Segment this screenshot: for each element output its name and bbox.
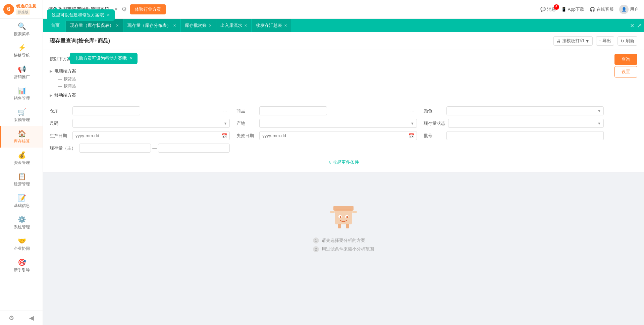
- gear-icon[interactable]: ⚙: [121, 6, 127, 13]
- sidebar-item-system[interactable]: ⚙️ 系统管理: [0, 212, 43, 233]
- stock-main-label: 现存量（主）: [50, 145, 76, 151]
- export-button[interactable]: ↑ 导出: [596, 36, 614, 46]
- filter-row-color: 颜色 ▼: [424, 106, 604, 115]
- sidebar-item-guide[interactable]: 🎯 新手引导: [0, 255, 43, 276]
- sidebar-item-nav[interactable]: ⚡ 快捷导航: [0, 40, 43, 62]
- sidebar-nav: 🔍 搜索菜单 ⚡ 快捷导航 📢 营销推广 📊 销售管理 🛒 采购管理 🏠 库存核…: [0, 19, 43, 311]
- production-date-input[interactable]: [72, 131, 230, 140]
- service-item[interactable]: 🎧 在线客服: [590, 6, 614, 12]
- export-icon: ↑: [599, 39, 601, 44]
- stock-main-max-input[interactable]: [158, 144, 230, 153]
- filter-row-production-date: 生产日期 📅: [50, 131, 230, 140]
- empty-area: 1 请先选择要分析的方案 2 用过滤条件来缩小分析范围: [43, 172, 644, 280]
- tab-stock-dist[interactable]: 现存量（库存分布表） ✕: [123, 19, 180, 32]
- collapse-button[interactable]: ∧ 收起更多条件: [328, 159, 359, 165]
- warehouse-input[interactable]: [72, 106, 140, 115]
- tooltip-scheme: 电脑方案可设为移动方案哦 ✕: [70, 53, 138, 64]
- tab-home[interactable]: 首页: [46, 19, 65, 32]
- sidebar-item-stock[interactable]: 🏠 库存核算: [0, 126, 43, 148]
- print-icon: 🖨: [556, 39, 561, 44]
- sidebar-item-basic[interactable]: 📝 基础信息: [0, 191, 43, 212]
- scheme-tree-mobile[interactable]: ▶ 移动端方案: [50, 91, 637, 100]
- filter-row-size: 尺码 ▼: [50, 119, 230, 128]
- size-label: 尺码: [50, 120, 70, 126]
- tooltip-scheme-text: 电脑方案可设为移动方案哦: [74, 55, 127, 61]
- goods-input[interactable]: [259, 106, 327, 115]
- expand-mobile-icon: ▶: [50, 93, 52, 98]
- tab-stock-status[interactable]: 现存量（库存状况表） ✕: [66, 19, 123, 32]
- sidebar-item-operation[interactable]: 📋 经营管理: [0, 169, 43, 191]
- tab-close-summary[interactable]: ✕: [284, 23, 287, 28]
- filter-section: 按以下方案查询 + ↻ « 电脑方案可设为移动方案哦 ✕ 查询 设置: [43, 50, 644, 172]
- refresh-button[interactable]: ↻ 刷新: [618, 36, 637, 46]
- color-select[interactable]: [446, 106, 604, 115]
- batch-label: 批号: [424, 133, 444, 139]
- marketing-icon: 📢: [18, 65, 26, 73]
- svg-rect-0: [335, 209, 352, 224]
- trial-button[interactable]: 体验行业方案: [130, 4, 166, 14]
- sidebar-item-purchase[interactable]: 🛒 采购管理: [0, 105, 43, 126]
- tab-close-stock-batch[interactable]: ✕: [209, 23, 212, 28]
- origin-select[interactable]: [259, 119, 417, 128]
- batch-input[interactable]: [446, 131, 604, 140]
- stock-icon: 🏠: [18, 129, 26, 138]
- svg-rect-6: [330, 211, 335, 213]
- sidebar-item-search[interactable]: 🔍 搜索菜单: [0, 19, 43, 40]
- app-download-item[interactable]: 📱 App下载: [561, 6, 584, 12]
- phone-icon: 📱: [561, 7, 567, 12]
- settings-button[interactable]: ⚙: [9, 314, 14, 322]
- tab-close-stock-status[interactable]: ✕: [116, 23, 119, 28]
- sidebar-item-sales[interactable]: 📊 销售管理: [0, 83, 43, 105]
- print-button[interactable]: 🖨 按模板打印 ▼: [553, 36, 593, 46]
- sidebar-item-marketing[interactable]: 📢 营销推广: [0, 62, 43, 83]
- logo-text: 畅通好生意 标准版: [16, 4, 36, 15]
- tab-stock-batch[interactable]: 库存批次账 ✕: [181, 19, 216, 32]
- tab-close-stock-flow[interactable]: ✕: [244, 23, 247, 28]
- guide-icon: 🎯: [18, 258, 26, 266]
- topbar-right: 💬 6 消息 📱 App下载 🎧 在线客服 👤 用户: [540, 5, 639, 14]
- tooltip-scheme-close-button[interactable]: ✕: [129, 56, 133, 61]
- warehouse-label: 仓库: [50, 108, 70, 114]
- service-label: 在线客服: [596, 6, 614, 12]
- maximize-button[interactable]: ⤢: [637, 22, 641, 29]
- svg-rect-7: [352, 211, 357, 213]
- tab-actions: ✕ ⤢: [630, 22, 641, 29]
- svg-rect-8: [338, 224, 341, 228]
- empty-illustration: [327, 199, 360, 229]
- collapse-sidebar-button[interactable]: ◀: [29, 314, 34, 322]
- stock-status-select[interactable]: [448, 119, 604, 128]
- service-icon: 🎧: [590, 7, 595, 12]
- size-select[interactable]: [72, 119, 230, 128]
- stock-main-range: —: [79, 144, 230, 153]
- step-num-1: 1: [313, 237, 319, 243]
- nav-icon: ⚡: [18, 44, 26, 52]
- scheme-child-by-product[interactable]: — 按商品: [58, 83, 637, 90]
- filter-row-stock-status: 现存量状态 ▼: [424, 119, 604, 128]
- scheme-child-by-goods[interactable]: — 按货品: [58, 75, 637, 83]
- sidebar-item-finance[interactable]: 💰 资金管理: [0, 148, 43, 169]
- svg-rect-1: [333, 206, 354, 211]
- sidebar-logo: 6 畅通好生意 标准版: [0, 0, 43, 19]
- logo-icon: 6: [3, 4, 14, 15]
- sidebar: 6 畅通好生意 标准版 🔍 搜索菜单 ⚡ 快捷导航 📢 营销推广 📊 销售管理 …: [0, 0, 43, 325]
- operation-icon: 📋: [18, 172, 26, 180]
- pin-dot: [68, 57, 72, 60]
- expand-pc-icon: ▶: [50, 69, 52, 73]
- notification-item[interactable]: 💬 6 消息: [540, 6, 556, 12]
- query-button[interactable]: 查询: [614, 54, 637, 65]
- expiry-date-input[interactable]: [259, 131, 417, 140]
- tab-summary[interactable]: 收发存汇总表 ✕: [252, 19, 291, 32]
- reset-button[interactable]: 设置: [614, 66, 637, 77]
- notification-badge: 6: [554, 4, 559, 10]
- scheme-tree: ▶ 电脑端方案 — 按货品 — 按商品 ▶ 移动端方案: [50, 67, 637, 100]
- scheme-tree-pc[interactable]: ▶ 电脑端方案: [50, 67, 637, 75]
- close-all-tabs-button[interactable]: ✕: [630, 22, 634, 29]
- stock-main-min-input[interactable]: [79, 144, 151, 153]
- tab-stock-flow[interactable]: 出入库流水 ✕: [216, 19, 251, 32]
- user-item[interactable]: 👤 用户: [619, 5, 639, 14]
- tab-close-stock-dist[interactable]: ✕: [173, 23, 176, 28]
- query-buttons: 查询 设置: [614, 54, 637, 77]
- range-separator: —: [152, 146, 157, 151]
- sidebar-item-enterprise[interactable]: 🤝 企业协同: [0, 233, 43, 255]
- avatar: 👤: [619, 5, 629, 14]
